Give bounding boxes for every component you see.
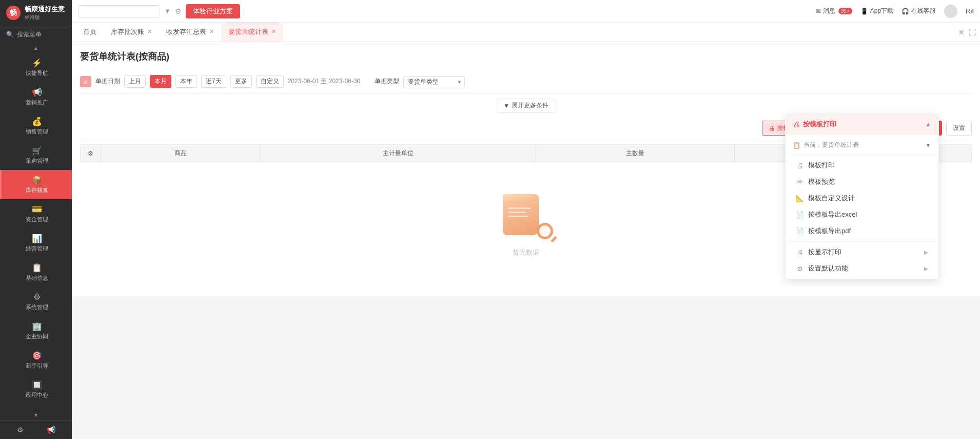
logo-icon: 畅 <box>6 6 21 20</box>
sidebar-item-inventory[interactable]: 📦 库存核算 <box>0 170 72 199</box>
sidebar-search-item[interactable]: 🔍 搜索菜单 <box>0 26 72 43</box>
enterprise-icon: 🏢 <box>32 321 42 331</box>
guide-icon: 🎯 <box>32 351 42 360</box>
tab-close-inventory-batch[interactable]: ✕ <box>147 28 152 35</box>
type-select[interactable]: 要货单类型 <box>403 76 465 87</box>
dropdown-header: 🖨 按模板打印 ▲ <box>786 114 938 135</box>
logo-text: 畅康通好生意 标准版 <box>25 5 65 21</box>
sidebar-item-wechat[interactable]: 💬 企业微信 <box>0 404 72 410</box>
dropdown-current-section: 📋 当前：要货单统计表 ▼ <box>786 135 938 155</box>
sidebar-item-finance[interactable]: 💳 资金管理 <box>0 199 72 228</box>
speaker-icon[interactable]: 📢 <box>47 426 55 434</box>
dropdown-item-template-custom[interactable]: 📐 模板自定义设计 <box>786 190 938 206</box>
app-download-item[interactable]: 📱 App下载 <box>860 7 893 15</box>
dropdown-item-display-print[interactable]: 🖨 按显示打印 ▶ <box>786 244 938 260</box>
sidebar-item-operation[interactable]: 📊 经营管理 <box>0 228 72 258</box>
sidebar-nav: ⚡ 快捷导航 📢 营销推广 💰 销售管理 🛒 采购管理 📦 库存核算 💳 资金管… <box>0 53 72 410</box>
system-icon: ⚙ <box>33 292 41 302</box>
display-print-arrow: ▶ <box>924 249 928 256</box>
industry-solution-button[interactable]: 体验行业方案 <box>186 4 240 18</box>
topbar-right: ✉ 消息 99+ 📱 App下载 🎧 在线客服 Rit <box>816 5 974 18</box>
sidebar-bottom: ⚙ 📢 <box>0 420 72 439</box>
topbar-chevron-icon[interactable]: ▼ <box>164 7 171 15</box>
table-col-unit: 主计量单位 <box>260 145 536 162</box>
page-title: 要货单统计表(按商品) <box>80 50 972 63</box>
print-template-dropdown: 🖨 按模板打印 ▲ 📋 当前：要货单统计表 ▼ 🖨 <box>785 114 939 280</box>
topbar: ▼ ⚙ 体验行业方案 ✉ 消息 99+ 📱 App下载 🎧 在线客服 Rit <box>72 0 980 23</box>
topbar-gear-icon[interactable]: ⚙ <box>175 7 182 15</box>
online-service-item[interactable]: 🎧 在线客服 <box>901 7 936 15</box>
sidebar-scroll-up[interactable]: ▲ <box>0 43 72 53</box>
filter-bar: « 单据日期 上月 本月 本年 近7天 更多 自定义 2023-06-01 至 … <box>80 70 972 93</box>
dropdown-item-template-preview[interactable]: 👁 模板预览 <box>786 174 938 190</box>
tab-receipt-summary[interactable]: 收发存汇总表 ✕ <box>159 23 221 42</box>
date-this-year-button[interactable]: 本年 <box>175 75 197 88</box>
empty-state-text: 暂无数据 <box>513 248 539 257</box>
expand-more-button[interactable]: ▼ 展开更多条件 <box>497 99 555 112</box>
message-icon: ✉ <box>816 8 821 15</box>
dropdown-item-export-pdf[interactable]: 📄 按模板导出pdf <box>786 223 938 239</box>
table-col-product: 商品 <box>101 145 260 162</box>
date-last-month-button[interactable]: 上月 <box>124 75 146 88</box>
sidebar-item-sales[interactable]: 💰 销售管理 <box>0 111 72 141</box>
template-print-icon: 🖨 <box>796 162 804 169</box>
sidebar-item-marketing[interactable]: 📢 营销推广 <box>0 82 72 111</box>
date-range-display: 2023-06-01 至 2023-06-30 <box>288 77 360 86</box>
current-template-arrow[interactable]: ▼ <box>925 142 931 149</box>
sidebar-item-purchase[interactable]: 🛒 采购管理 <box>0 141 72 170</box>
finance-icon: 💳 <box>32 204 42 214</box>
date-7days-button[interactable]: 近7天 <box>201 75 226 88</box>
tab-home[interactable]: 首页 <box>76 23 104 42</box>
dropdown-title: 按模板打印 <box>803 120 836 129</box>
search-icon: 🔍 <box>6 31 14 38</box>
settings-bottom-icon[interactable]: ⚙ <box>17 426 24 434</box>
marketing-icon: 📢 <box>32 87 42 97</box>
table-col-settings[interactable]: ⚙ <box>81 145 101 162</box>
user-name[interactable]: Rit <box>966 7 974 15</box>
set-default-arrow: ▶ <box>924 265 928 272</box>
topbar-search-input[interactable] <box>78 5 160 17</box>
date-custom-button[interactable]: 自定义 <box>256 75 284 88</box>
scroll-up-button[interactable]: ▲ <box>31 43 41 53</box>
tab-close-order-stats[interactable]: ✕ <box>271 28 276 35</box>
purchase-icon: 🛒 <box>32 146 42 156</box>
sidebar-item-system[interactable]: ⚙ 系统管理 <box>0 287 72 316</box>
print-icon: 🖨 <box>769 125 775 132</box>
tab-order-stats[interactable]: 要货单统计表 ✕ <box>221 23 283 42</box>
sidebar-scroll-down[interactable]: ▼ <box>0 410 72 420</box>
scroll-down-button[interactable]: ▼ <box>31 410 41 420</box>
tab-close-receipt-summary[interactable]: ✕ <box>209 28 214 35</box>
date-this-month-button[interactable]: 本月 <box>150 75 171 88</box>
dropdown-collapse-button[interactable]: ▲ <box>925 121 931 128</box>
close-window-button[interactable]: ✕ <box>958 28 965 36</box>
operation-icon: 📊 <box>32 234 42 243</box>
sidebar-item-guide[interactable]: 🎯 新手引导 <box>0 346 72 375</box>
sidebar: 畅 畅康通好生意 标准版 🔍 搜索菜单 ▲ ⚡ 快捷导航 📢 营销推广 💰 销售… <box>0 0 72 439</box>
user-avatar[interactable] <box>944 5 957 18</box>
sidebar-item-app-center[interactable]: 🔲 应用中心 <box>0 375 72 404</box>
dropdown-actions-section: 🖨 模板打印 👁 模板预览 📐 模板自定义设计 📄 按模板导出excel 📄 <box>786 155 938 242</box>
date-more-button[interactable]: 更多 <box>230 75 252 88</box>
quick-nav-icon: ⚡ <box>32 58 42 68</box>
template-custom-icon: 📐 <box>796 195 804 202</box>
export-excel-icon: 📄 <box>796 211 804 219</box>
inventory-icon: 📦 <box>32 175 42 185</box>
filter-expand-button[interactable]: « <box>80 76 91 87</box>
sidebar-item-quick-nav[interactable]: ⚡ 快捷导航 <box>0 53 72 82</box>
expand-window-button[interactable]: ⛶ <box>969 28 976 36</box>
type-select-wrapper: 要货单类型 ▼ <box>403 76 465 87</box>
set-default-icon: ⚙ <box>796 265 804 273</box>
sales-icon: 💰 <box>32 117 42 126</box>
sidebar-item-enterprise[interactable]: 🏢 企业协同 <box>0 316 72 346</box>
tab-inventory-batch[interactable]: 库存批次账 ✕ <box>104 23 159 42</box>
messages-item[interactable]: ✉ 消息 99+ <box>816 7 852 15</box>
settings-button[interactable]: 设置 <box>946 121 972 136</box>
dropdown-header-left: 🖨 按模板打印 <box>793 120 836 129</box>
dropdown-item-set-default[interactable]: ⚙ 设置默认功能 ▶ <box>786 260 938 277</box>
content-area: 要货单统计表(按商品) « 单据日期 上月 本月 本年 近7天 更多 自定义 2… <box>72 42 980 439</box>
tabs-bar: 首页 库存批次账 ✕ 收发存汇总表 ✕ 要货单统计表 ✕ ✕ ⛶ <box>72 23 980 42</box>
table-col-quantity: 主数量 <box>536 145 734 162</box>
sidebar-item-basic[interactable]: 📋 基础信息 <box>0 258 72 287</box>
dropdown-item-export-excel[interactable]: 📄 按模板导出excel <box>786 206 938 223</box>
dropdown-item-template-print[interactable]: 🖨 模板打印 <box>786 157 938 174</box>
